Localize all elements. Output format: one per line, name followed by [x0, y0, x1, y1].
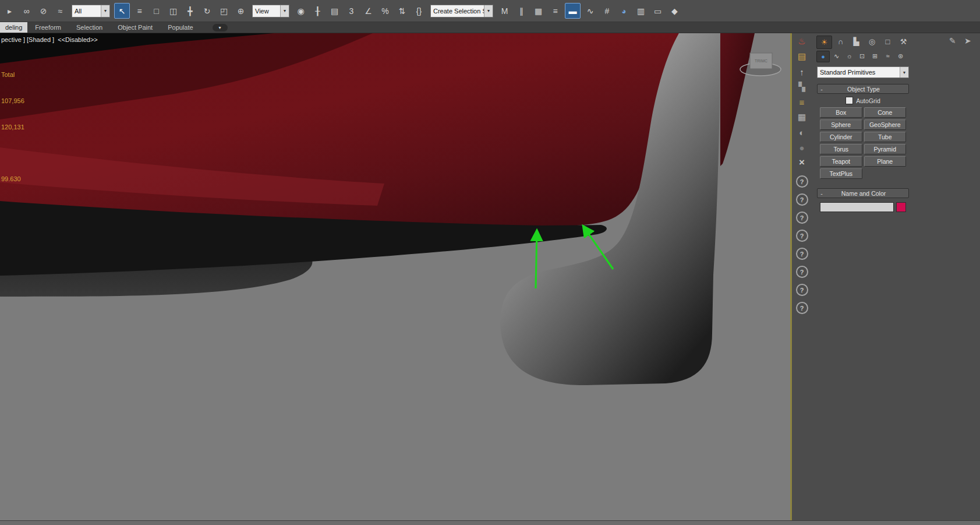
name-color-row — [819, 201, 907, 213]
geometry-icon[interactable]: ● — [816, 51, 830, 62]
ribbon-tab-object-paint[interactable]: Object Paint — [110, 22, 160, 33]
help-button-1[interactable]: ? — [796, 175, 808, 188]
folder-icon[interactable]: ▤ — [794, 50, 809, 64]
primitives-category-dropdown[interactable]: Standard Primitives ▾ — [817, 66, 909, 78]
chevron-down-icon: ▾ — [484, 5, 493, 17]
ribbon-tab-populate[interactable]: Populate — [160, 22, 200, 33]
arrow-up-icon[interactable]: ↑ — [794, 65, 809, 79]
ribbon-tab-freeform[interactable]: Freeform — [27, 22, 69, 33]
teapot-button[interactable]: Teapot — [820, 156, 862, 167]
object-type-body: AutoGrid Box Cone Sphere GeoSphere Cylin… — [817, 94, 909, 182]
named-selection-sets-icon[interactable]: {} — [412, 3, 426, 18]
hierarchy-tab-icon[interactable]: ▙ — [849, 36, 864, 48]
helpers-icon[interactable]: ⊞ — [869, 51, 881, 61]
render-setup-icon[interactable]: ▥ — [634, 3, 648, 18]
mirror-icon[interactable]: M — [497, 3, 512, 18]
sphere-grid-icon[interactable]: ◐ — [794, 125, 809, 139]
keyboard-shortcut-override-icon[interactable]: ▤ — [327, 3, 342, 18]
close-icon[interactable]: × — [794, 156, 809, 170]
motion-tab-icon[interactable]: ◎ — [865, 36, 879, 48]
percent-snap-icon[interactable]: % — [378, 3, 392, 18]
annotation-arrow-1 — [536, 232, 537, 288]
textplus-button[interactable]: TextPlus — [820, 168, 862, 179]
systems-icon[interactable]: ⊛ — [894, 51, 907, 61]
shapes-icon[interactable]: ∿ — [830, 51, 843, 61]
window-crossing-icon[interactable]: ◫ — [166, 3, 181, 18]
align-icon[interactable]: ∥ — [514, 3, 529, 18]
bind-to-space-warp-icon[interactable]: ≈ — [53, 3, 68, 18]
modify-tab-icon[interactable]: ∩ — [833, 36, 848, 48]
cone-button[interactable]: Cone — [864, 107, 907, 118]
brick-icon[interactable]: ▦ — [794, 110, 809, 124]
box-button[interactable]: Box — [820, 107, 862, 118]
selection-filter-dropdown[interactable]: All ▾ — [72, 5, 110, 17]
reference-coordinate-system-dropdown[interactable]: View ▾ — [252, 5, 289, 17]
display-tab-icon[interactable]: □ — [880, 36, 895, 48]
material-editor-icon[interactable]: ◕ — [617, 3, 631, 18]
plane-button[interactable]: Plane — [864, 156, 907, 167]
object-color-swatch[interactable] — [896, 202, 906, 212]
curve-editor-icon[interactable]: ∿ — [583, 3, 597, 18]
cylinder-button[interactable]: Cylinder — [820, 132, 862, 142]
dark-sphere-icon[interactable]: ● — [794, 140, 809, 154]
pencil-icon[interactable]: ✎ — [949, 36, 956, 45]
named-selection-set-dropdown[interactable]: Create Selection Se ▾ — [430, 5, 493, 17]
create-tab-icon[interactable]: ☀ — [816, 36, 832, 49]
use-center-icon[interactable]: ◉ — [293, 3, 308, 18]
scene-explorer-icon[interactable]: ▦ — [531, 3, 546, 18]
autogrid-checkbox[interactable] — [845, 97, 853, 104]
pyramid-button[interactable]: Pyramid — [864, 144, 907, 154]
geosphere-button[interactable]: GeoSphere — [864, 119, 907, 130]
select-by-name-icon[interactable]: ≡ — [132, 3, 147, 18]
help-button-6[interactable]: ? — [796, 266, 808, 278]
layers-icon[interactable]: ≡ — [794, 95, 809, 109]
space-warps-icon[interactable]: ≈ — [882, 51, 894, 61]
ribbon-tab-modeling[interactable]: deling — [0, 22, 27, 33]
torus-button[interactable]: Torus — [820, 144, 862, 154]
spinner-snap-icon[interactable]: ⇅ — [395, 3, 409, 18]
stats-value-2: 120,131 — [1, 123, 24, 132]
lights-icon[interactable]: ☼ — [843, 51, 855, 61]
utilities-tab-icon[interactable]: ⚒ — [896, 36, 911, 48]
help-button-7[interactable]: ? — [796, 284, 808, 296]
checker-icon[interactable]: ▚ — [794, 80, 809, 94]
object-type-rollout-header[interactable]: - Object Type — [817, 84, 909, 94]
teapot-icon[interactable]: ♨ — [794, 34, 809, 48]
rendered-frame-window-icon[interactable]: ▭ — [650, 3, 665, 18]
perspective-viewport[interactable]: TRIMC pective ] [Shaded ] <<Disabled>> T… — [0, 33, 790, 520]
rectangular-selection-region-icon[interactable]: □ — [149, 3, 164, 18]
select-and-move-icon[interactable]: ╋ — [183, 3, 197, 18]
command-panel: ☀ ∩ ▙ ◎ □ ⚒ ● ∿ ☼ ⊡ ⊞ ≈ ⊛ Standard Primi… — [813, 33, 980, 520]
schematic-view-icon[interactable]: # — [600, 3, 614, 18]
object-name-field[interactable] — [820, 202, 894, 212]
name-and-color-rollout-header[interactable]: - Name and Color — [817, 188, 909, 198]
select-and-scale-icon[interactable]: ◰ — [217, 3, 231, 18]
angle-snap-icon[interactable]: ∠ — [361, 3, 376, 18]
clipped-edge-icon[interactable]: ▸ — [2, 3, 17, 18]
help-button-3[interactable]: ? — [796, 212, 808, 224]
help-button-8[interactable]: ? — [796, 302, 808, 314]
cameras-icon[interactable]: ⊡ — [856, 51, 868, 61]
select-and-manipulate-icon[interactable]: ╂ — [310, 3, 325, 18]
viewport-label[interactable]: pective ] [Shaded ] <<Disabled>> — [1, 36, 98, 43]
ribbon-minimize-button[interactable]: ▾ — [213, 24, 228, 31]
arrow-icon[interactable]: ➤ — [964, 36, 971, 45]
helper-gizmo[interactable]: TRIMC — [750, 53, 772, 69]
name-and-color-body — [817, 198, 909, 217]
sphere-button[interactable]: Sphere — [820, 119, 862, 130]
help-button-4[interactable]: ? — [796, 230, 808, 242]
snap-toggle-icon[interactable]: 3 — [344, 3, 359, 18]
select-and-place-icon[interactable]: ⊕ — [233, 3, 248, 18]
help-button-5[interactable]: ? — [796, 248, 808, 260]
render-production-icon[interactable]: ◆ — [667, 3, 682, 18]
unlink-selection-icon[interactable]: ⊘ — [36, 3, 51, 18]
tube-button[interactable]: Tube — [864, 132, 907, 142]
select-and-link-icon[interactable]: ∞ — [19, 3, 34, 18]
ribbon-tab-selection[interactable]: Selection — [69, 22, 110, 33]
primitives-category-value: Standard Primitives — [818, 69, 900, 76]
layer-explorer-icon[interactable]: ≡ — [548, 3, 562, 18]
select-object-icon[interactable]: ↖ — [114, 3, 130, 19]
toggle-ribbon-icon[interactable]: ▬ — [565, 3, 581, 19]
select-and-rotate-icon[interactable]: ↻ — [200, 3, 214, 18]
help-button-2[interactable]: ? — [796, 193, 808, 206]
